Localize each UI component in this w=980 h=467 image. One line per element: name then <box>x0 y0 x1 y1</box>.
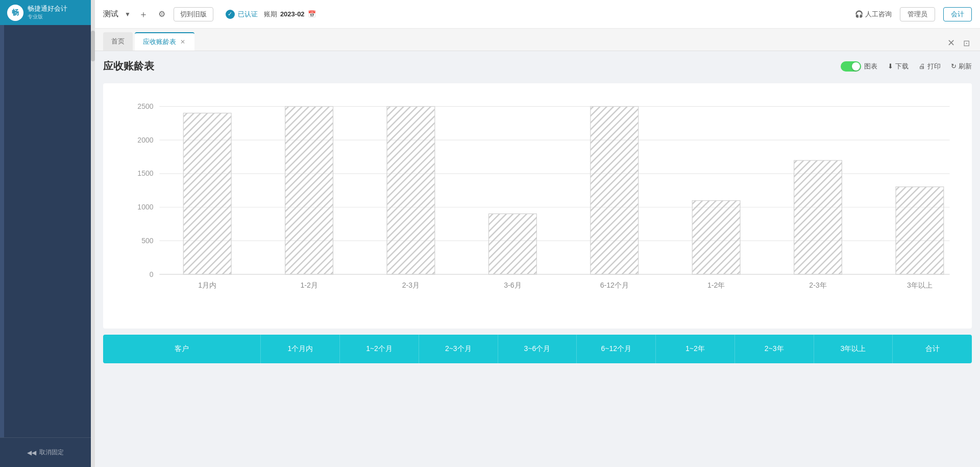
svg-text:1-2月: 1-2月 <box>300 281 317 289</box>
main-area: 测试 ▼ ＋ ⚙ 切到旧版 ✓ 已认证 账期 2023-02 📅 🎧 人工咨询 … <box>95 0 980 467</box>
cancel-fixed-btn[interactable]: ◀◀ 取消固定 <box>0 443 91 462</box>
period-label: 账期 <box>264 10 277 19</box>
th-cell-9: 合计 <box>893 335 972 363</box>
print-label: 打印 <box>927 62 941 71</box>
svg-text:0: 0 <box>150 270 154 278</box>
tab-aging-report[interactable]: 应收账龄表 ✕ <box>135 32 194 51</box>
sidebar-logo: 畅 畅捷通好会计 专业版 <box>0 0 91 25</box>
verified-label: 已认证 <box>238 10 258 19</box>
bar-3 <box>387 106 435 274</box>
th-cell-6: 1~2年 <box>656 335 735 363</box>
sidebar-scrollbar[interactable] <box>91 0 95 467</box>
refresh-button[interactable]: ↻ 刷新 <box>951 62 972 71</box>
topbar-dropdown-icon[interactable]: ▼ <box>125 11 131 18</box>
sidebar-scrollbar-thumb[interactable] <box>91 31 95 61</box>
tab-aging-report-label: 应收账龄表 <box>143 37 176 46</box>
th-cell-7: 2~3年 <box>735 335 814 363</box>
topbar-right: 🎧 人工咨询 管理员 会计 <box>855 7 972 21</box>
print-button[interactable]: 🖨 打印 <box>919 62 941 71</box>
download-icon: ⬇ <box>888 62 893 70</box>
sidebar-bottom: ◀◀ 取消固定 <box>0 437 91 467</box>
svg-text:1000: 1000 <box>137 203 153 211</box>
report-header: 应收账龄表 图表 ⬇ 下载 🖨 打印 ↻ 刷新 <box>103 59 972 73</box>
bar-8 <box>896 187 944 274</box>
svg-text:1-2年: 1-2年 <box>707 281 725 289</box>
table-container: 客户1个月内1~2个月2~3个月3~6个月6~12个月1~2年2~3年3年以上合… <box>103 335 972 363</box>
th-cell-1: 1个月内 <box>261 335 340 363</box>
th-cell-5: 6~12个月 <box>577 335 656 363</box>
th-cell-8: 3年以上 <box>814 335 893 363</box>
table-header: 客户1个月内1~2个月2~3个月3~6个月6~12个月1~2年2~3年3年以上合… <box>103 335 972 363</box>
ai-consult-label: 人工咨询 <box>865 10 892 19</box>
content-area: 应收账龄表 图表 ⬇ 下载 🖨 打印 ↻ 刷新 <box>95 51 980 467</box>
th-cell-2: 1~2个月 <box>340 335 419 363</box>
bar-6 <box>692 201 740 274</box>
refresh-label: 刷新 <box>959 62 972 71</box>
verified-section: ✓ 已认证 <box>226 10 258 19</box>
th-cell-3: 2~3个月 <box>419 335 498 363</box>
ai-consult-icon: 🎧 <box>855 10 863 18</box>
manager-button[interactable]: 管理员 <box>900 7 935 21</box>
svg-text:2-3月: 2-3月 <box>402 281 420 289</box>
download-label: 下载 <box>895 62 909 71</box>
bar-4 <box>488 214 536 274</box>
app-edition: 专业版 <box>28 13 67 20</box>
chart-container: 0 500 1000 1500 2000 2500 1月内 1-2月 2-3月 <box>103 83 972 329</box>
topbar-module-name: 测试 <box>103 9 118 19</box>
svg-text:3-6月: 3-6月 <box>504 281 521 289</box>
topbar-settings-icon[interactable]: ⚙ <box>156 7 167 21</box>
tab-home-label: 首页 <box>111 37 125 46</box>
chart-toggle-label: 图表 <box>864 62 877 71</box>
tabbar-actions: ✕ ⊡ <box>945 35 972 51</box>
period-section: 账期 2023-02 📅 <box>264 10 316 19</box>
report-actions: 图表 ⬇ 下载 🖨 打印 ↻ 刷新 <box>841 61 972 72</box>
bar-2 <box>285 106 333 274</box>
tabbar-expand-icon[interactable]: ⊡ <box>961 36 972 50</box>
app-name: 畅捷通好会计 <box>28 5 67 13</box>
svg-text:500: 500 <box>141 237 154 245</box>
tabbar-close-icon[interactable]: ✕ <box>945 35 957 51</box>
tab-aging-report-close[interactable]: ✕ <box>179 37 186 46</box>
svg-text:2000: 2000 <box>137 136 153 144</box>
print-icon: 🖨 <box>919 62 925 70</box>
th-cell-4: 3~6个月 <box>498 335 577 363</box>
svg-text:2500: 2500 <box>137 102 153 110</box>
cancel-fixed-label: 取消固定 <box>39 448 64 457</box>
accountant-button[interactable]: 会计 <box>943 7 972 21</box>
bar-chart: 0 500 1000 1500 2000 2500 1月内 1-2月 2-3月 <box>124 94 962 323</box>
calendar-icon[interactable]: 📅 <box>308 10 316 18</box>
logo-icon: 畅 <box>7 5 23 21</box>
tab-home[interactable]: 首页 <box>103 32 133 51</box>
verified-icon: ✓ <box>226 10 235 19</box>
bar-5 <box>591 106 639 274</box>
tabbar: 首页 应收账龄表 ✕ ✕ ⊡ <box>95 29 980 51</box>
refresh-icon: ↻ <box>951 62 957 70</box>
sidebar: 畅 畅捷通好会计 专业版 ⌂ 首页 ▤ 总账 📊 报表中心 💳 资金管理 🏢 固… <box>0 0 91 467</box>
ai-consult-btn[interactable]: 🎧 人工咨询 <box>855 10 892 19</box>
topbar: 测试 ▼ ＋ ⚙ 切到旧版 ✓ 已认证 账期 2023-02 📅 🎧 人工咨询 … <box>95 0 980 29</box>
toggle-thumb <box>852 62 860 71</box>
svg-text:3年以上: 3年以上 <box>907 281 933 289</box>
topbar-add-icon[interactable]: ＋ <box>137 6 150 22</box>
bar-7 <box>794 160 842 274</box>
switch-old-version-button[interactable]: 切到旧版 <box>174 7 213 21</box>
th-cell-0: 客户 <box>103 335 261 363</box>
svg-text:6-12个月: 6-12个月 <box>600 281 629 289</box>
chart-toggle-switch[interactable] <box>841 61 861 72</box>
svg-text:1月内: 1月内 <box>198 281 216 289</box>
download-button[interactable]: ⬇ 下载 <box>888 62 909 71</box>
period-value: 2023-02 <box>280 10 305 18</box>
bar-1 <box>183 113 231 274</box>
svg-text:2-3年: 2-3年 <box>809 281 826 289</box>
svg-text:1500: 1500 <box>137 170 153 178</box>
report-title: 应收账龄表 <box>103 59 154 73</box>
chart-toggle-section: 图表 <box>841 61 877 72</box>
